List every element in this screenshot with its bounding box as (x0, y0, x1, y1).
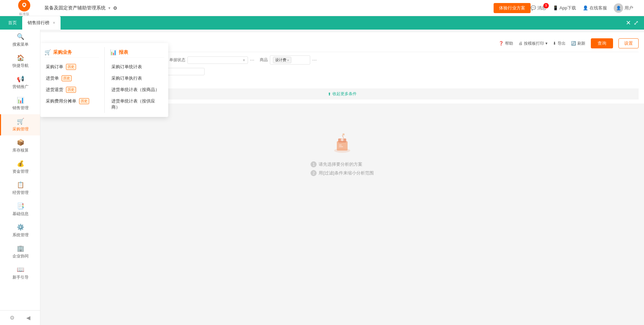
dropdown-item-purchase-order[interactable]: 采购订单 历史 (44, 61, 99, 73)
dropdown-item-purchase-order-exec[interactable]: 采购订单执行表 (110, 73, 165, 84)
svg-rect-5 (339, 145, 342, 145)
sidebar-item-marketing-label: 营销推广 (12, 84, 29, 90)
tab-sales-rank[interactable]: 销售排行榜 × (22, 16, 61, 30)
tab-close-icon[interactable]: × (53, 21, 55, 25)
sidebar: 🔍 搜索菜单 🏠 快捷导航 📢 营销推广 📊 销售管理 🛒 采购管理 📦 库存核… (0, 30, 40, 325)
dropdown-item-purchase-order-stats[interactable]: 采购订单统计表 (110, 61, 165, 73)
home-icon: 🏠 (17, 54, 24, 62)
sidebar-item-basic-info[interactable]: 📑 基础信息 (0, 199, 40, 220)
svg-line-7 (342, 135, 344, 138)
goods-tag-remove[interactable]: × (287, 58, 289, 62)
goods-select[interactable]: 设计费 × (270, 55, 310, 65)
export-button[interactable]: ⬇ 导出 (553, 41, 566, 46)
online-service-label: 在线客服 (589, 5, 607, 11)
inventory-icon: 📦 (17, 139, 24, 146)
user-label: 用户 (624, 5, 633, 11)
purchase-order-label: 采购订单 (46, 64, 63, 70)
sidebar-item-inventory[interactable]: 📦 库存核算 (0, 135, 40, 157)
refresh-icon: 🔄 (571, 41, 576, 46)
sidebar-item-basic-info-label: 基础信息 (12, 211, 29, 217)
app-download-label: App下载 (560, 5, 576, 11)
header-right: 💬 消息 9 📱 App下载 👤 在线客服 👤 用户 (531, 3, 640, 13)
sidebar-item-guide[interactable]: 📖 新手引导 (0, 262, 40, 284)
print-arrow: ▾ (545, 41, 547, 46)
query-button[interactable]: 查询 (591, 38, 613, 48)
message-icon: 💬 (531, 5, 536, 10)
dropdown-col-business: 🛒 采购业务 采购订单 历史 进货单 历史 进货退货 历史 (40, 47, 103, 113)
sidebar-item-enterprise[interactable]: 🏢 企业协同 (0, 241, 40, 262)
guide-icon: 📖 (17, 266, 24, 273)
collapse-icon: ⬆ (328, 92, 331, 96)
logo-subtitle: 标准版 (19, 12, 29, 16)
industry-solution-button[interactable]: 体验行业方案 (494, 3, 531, 13)
dropdown-col2-title-text: 报表 (119, 49, 128, 55)
user-button[interactable]: 👤 用户 (614, 3, 633, 13)
sidebar-item-sales[interactable]: 📊 销售管理 (0, 93, 40, 114)
phone-icon: 📱 (553, 5, 558, 10)
goods-return-label: 进货退货 (46, 87, 63, 93)
history-badge-0: 历史 (66, 64, 76, 70)
sidebar-item-marketing[interactable]: 📢 营销推广 (0, 72, 40, 93)
tab-maximize-icon[interactable]: ⤢ (634, 19, 639, 27)
sidebar-item-quick-nav[interactable]: 🏠 快捷导航 (0, 51, 40, 72)
sidebar-item-purchase-label: 采购管理 (12, 126, 29, 132)
history-badge-1: 历史 (62, 75, 72, 81)
voucher-status-more[interactable]: ··· (250, 57, 254, 63)
logo-icon (18, 0, 30, 11)
print-button[interactable]: 🖨 按模板打印 ▾ (518, 41, 547, 46)
sidebar-item-operations-label: 经营管理 (12, 190, 29, 196)
sidebar-item-purchase[interactable]: 🛒 采购管理 (0, 114, 40, 135)
history-badge-3: 历史 (79, 98, 89, 104)
messages-button[interactable]: 💬 消息 9 (531, 5, 546, 11)
purchase-order-stats-label: 采购订单统计表 (111, 64, 142, 70)
help-icon: ❓ (499, 41, 504, 46)
refresh-label: 刷新 (577, 41, 585, 46)
empty-hint-1: 1 请先选择要分析的方案 (311, 161, 373, 167)
sales-icon: 📊 (17, 96, 24, 104)
voucher-status-filter: 单据状态 ▾ ··· (169, 56, 254, 64)
dropdown-item-receipt-stats-by-goods[interactable]: 进货单统计表（按商品） (110, 84, 165, 95)
receipt-stats-supplier-label: 进货单统计表（按供应商） (111, 98, 163, 110)
tab-home[interactable]: 首页 (3, 16, 22, 30)
dropdown-item-purchase-expense[interactable]: 采购费用分摊单 历史 (44, 95, 99, 107)
dropdown-item-receipt-stats-by-supplier[interactable]: 进货单统计表（按供应商） (110, 95, 165, 113)
content-area: 🛒 采购业务 采购订单 历史 进货单 历史 进货退货 历史 (40, 30, 644, 325)
system-icon: ⚙️ (17, 224, 24, 231)
online-service-button[interactable]: 👤 在线客服 (583, 5, 607, 11)
reports-icon: 📊 (110, 49, 117, 55)
dropdown-item-goods-receipt[interactable]: 进货单 历史 (44, 73, 99, 84)
svg-rect-2 (337, 141, 348, 151)
hint-num-1: 1 (311, 161, 317, 167)
system-name-dropdown[interactable]: ▾ (108, 6, 110, 10)
print-label: 按模板打印 (524, 41, 544, 46)
dropdown-col-reports-title: 📊 报表 (110, 47, 165, 58)
top-header: 标准版 装备及固定资产辅助管理系统 ▾ ⚙ 体验行业方案 💬 消息 9 📱 Ap… (0, 0, 644, 16)
sidebar-collapse-icon[interactable]: ◀ (26, 315, 30, 321)
sidebar-item-search[interactable]: 🔍 搜索菜单 (0, 30, 40, 51)
goods-tag-text: 设计费 (275, 57, 286, 63)
sidebar-item-system-label: 系统管理 (12, 232, 29, 238)
settings-button[interactable]: 设置 (618, 38, 639, 48)
tab-close-window-icon[interactable]: ✕ (626, 19, 631, 27)
sidebar-item-system[interactable]: ⚙️ 系统管理 (0, 220, 40, 241)
basic-info-icon: 📑 (17, 202, 24, 210)
voucher-status-select[interactable]: ▾ (187, 56, 248, 64)
refresh-button[interactable]: 🔄 刷新 (571, 41, 585, 46)
help-button[interactable]: ❓ 帮助 (499, 41, 513, 46)
goods-tag: 设计费 × (273, 57, 291, 63)
sidebar-item-operations[interactable]: 📋 经营管理 (0, 178, 40, 199)
logo-area: 标准版 (4, 0, 44, 16)
tab-sales-rank-label: 销售排行榜 (28, 20, 49, 26)
header-gear-icon[interactable]: ⚙ (113, 5, 117, 11)
sidebar-item-inventory-label: 库存核算 (12, 148, 29, 153)
sidebar-settings-icon[interactable]: ⚙ (10, 315, 14, 321)
dropdown-item-goods-return[interactable]: 进货退货 历史 (44, 84, 99, 95)
goods-more[interactable]: ··· (312, 57, 317, 63)
enterprise-icon: 🏢 (17, 245, 24, 252)
sidebar-item-finance[interactable]: 💰 资金管理 (0, 157, 40, 178)
dropdown-menu-inner: 🛒 采购业务 采购订单 历史 进货单 历史 进货退货 历史 (40, 47, 168, 113)
app-download-button[interactable]: 📱 App下载 (553, 5, 576, 11)
goods-filter: 商品 设计费 × ··· (260, 55, 317, 65)
operations-icon: 📋 (17, 181, 24, 189)
tab-bar-right: ✕ ⤢ (626, 19, 641, 27)
